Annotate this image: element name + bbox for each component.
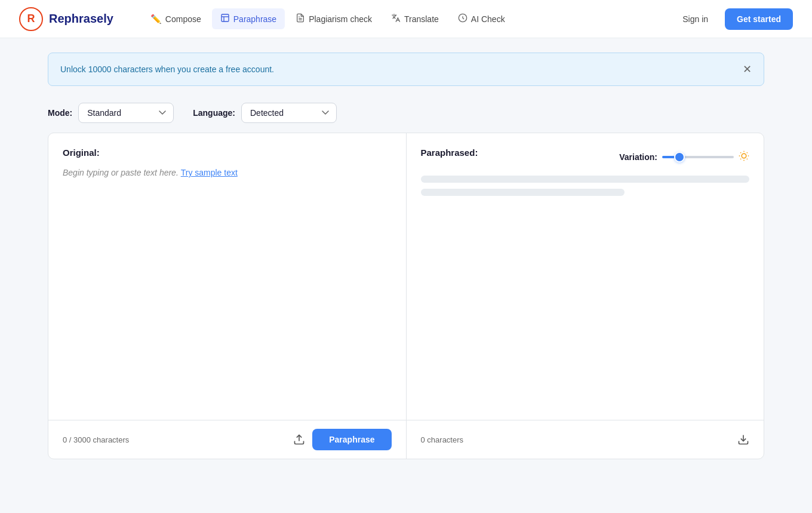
paraphrase-icon: [220, 13, 230, 24]
paraphrased-label: Paraphrased:: [421, 148, 478, 158]
compose-icon: ✏️: [150, 14, 162, 24]
nav-item-ai-check[interactable]: AI Check: [450, 8, 513, 29]
variation-slider-wrap: [662, 150, 749, 164]
banner-close-button[interactable]: ✕: [743, 63, 752, 76]
brand-name: Rephrasely: [49, 12, 113, 26]
paraphrased-header: Paraphrased: Variation:: [421, 148, 750, 166]
promo-banner: Unlock 10000 characters when you create …: [48, 53, 764, 86]
mode-control: Mode: Standard Fluency Formal Academic S…: [48, 103, 174, 123]
logo-area: R Rephrasely: [19, 7, 113, 31]
char-count-right: 0 characters: [421, 435, 464, 444]
logo-icon: R: [19, 7, 43, 31]
skeleton-line-2: [421, 189, 625, 196]
paraphrased-panel: Paraphrased: Variation:: [407, 133, 764, 420]
sun-icon: [739, 150, 749, 164]
original-panel: Original: Begin typing or paste text her…: [48, 133, 407, 420]
translate-icon: [391, 13, 401, 24]
language-label: Language:: [193, 108, 235, 118]
ai-check-icon: [458, 13, 467, 24]
upload-button[interactable]: [293, 434, 305, 446]
skeleton-line-1: [421, 176, 750, 183]
nav-item-plagiarism[interactable]: Plagiarism check: [287, 8, 380, 29]
header: R Rephrasely ✏️ Compose Paraphrase Plagi…: [0, 0, 812, 38]
editor-wrapper: Original: Begin typing or paste text her…: [48, 133, 764, 459]
variation-control: Variation:: [619, 150, 749, 164]
language-control: Language: Detected English Spanish Frenc…: [193, 103, 337, 123]
svg-line-14: [747, 152, 748, 153]
main-content: Unlock 10000 characters when you create …: [0, 38, 812, 474]
variation-label: Variation:: [619, 152, 657, 162]
mode-label: Mode:: [48, 108, 72, 118]
char-count-left: 0 / 3000 characters: [63, 435, 129, 444]
language-select[interactable]: Detected English Spanish French German I…: [241, 103, 337, 123]
editor-panels: Original: Begin typing or paste text her…: [48, 133, 764, 420]
sign-in-button[interactable]: Sign in: [675, 10, 715, 29]
footer-right: 0 characters: [407, 420, 764, 459]
download-button[interactable]: [737, 434, 749, 446]
svg-line-10: [747, 158, 748, 159]
mode-select[interactable]: Standard Fluency Formal Academic Simple …: [78, 103, 174, 123]
svg-line-9: [740, 152, 741, 153]
main-nav: ✏️ Compose Paraphrase Plagiarism check T…: [142, 8, 675, 29]
editor-footer: 0 / 3000 characters Paraphrase 0 charact…: [48, 420, 764, 459]
footer-left: 0 / 3000 characters Paraphrase: [48, 420, 407, 459]
nav-item-translate[interactable]: Translate: [383, 8, 447, 29]
plagiarism-icon: [296, 13, 305, 24]
nav-item-compose[interactable]: ✏️ Compose: [142, 9, 210, 29]
svg-rect-0: [222, 14, 229, 21]
variation-slider[interactable]: [662, 156, 734, 158]
nav-item-paraphrase[interactable]: Paraphrase: [212, 8, 285, 29]
svg-line-13: [740, 158, 741, 159]
paraphrase-button[interactable]: Paraphrase: [312, 429, 391, 450]
controls-row: Mode: Standard Fluency Formal Academic S…: [48, 103, 764, 123]
svg-point-6: [742, 153, 746, 158]
banner-text: Unlock 10000 characters when you create …: [60, 64, 274, 74]
footer-actions-left: Paraphrase: [293, 429, 391, 450]
get-started-button[interactable]: Get started: [725, 8, 793, 30]
header-actions: Sign in Get started: [675, 8, 793, 30]
